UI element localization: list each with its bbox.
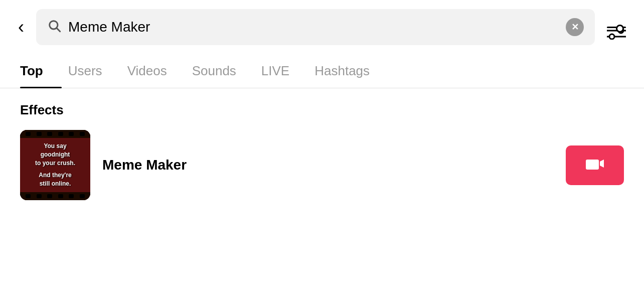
back-button[interactable]: ‹ <box>14 18 28 36</box>
svg-line-1 <box>57 28 60 31</box>
tab-live[interactable]: LIVE <box>261 54 304 88</box>
thumbnail-text-line2: to your crush. <box>29 159 81 168</box>
list-item: You say goodnight to your crush. And the… <box>20 130 624 200</box>
svg-point-3 <box>618 28 623 33</box>
search-bar: Meme Maker <box>36 9 595 45</box>
thumbnail-text-line1: You say goodnight <box>29 142 81 159</box>
search-query-text[interactable]: Meme Maker <box>68 19 559 35</box>
try-effect-button[interactable] <box>566 145 624 185</box>
tabs-bar: Top Users Videos Sounds LIVE Hashtags <box>0 54 644 88</box>
film-holes-bottom <box>20 192 90 200</box>
tab-sounds[interactable]: Sounds <box>192 54 251 88</box>
effect-thumbnail[interactable]: You say goodnight to your crush. And the… <box>20 130 90 200</box>
tab-top[interactable]: Top <box>20 54 58 88</box>
thumbnail-text-line4: still online. <box>39 180 72 188</box>
tab-hashtags[interactable]: Hashtags <box>314 54 385 88</box>
svg-marker-7 <box>600 160 604 168</box>
svg-point-5 <box>609 34 614 39</box>
thumbnail-text-line3: And they're <box>39 171 72 180</box>
header: ‹ Meme Maker <box>0 0 644 54</box>
filter-button[interactable] <box>603 27 630 28</box>
tab-videos[interactable]: Videos <box>127 54 182 88</box>
effect-name: Meme Maker <box>102 157 554 173</box>
svg-rect-6 <box>586 160 599 170</box>
search-icon <box>47 19 61 36</box>
camera-icon <box>586 157 604 174</box>
tab-users[interactable]: Users <box>68 54 117 88</box>
effects-section-title: Effects <box>20 102 624 118</box>
content-area: Effects You say goodnight to your crush.… <box>0 88 644 214</box>
filter-icon <box>607 27 626 28</box>
clear-search-button[interactable] <box>566 18 584 36</box>
